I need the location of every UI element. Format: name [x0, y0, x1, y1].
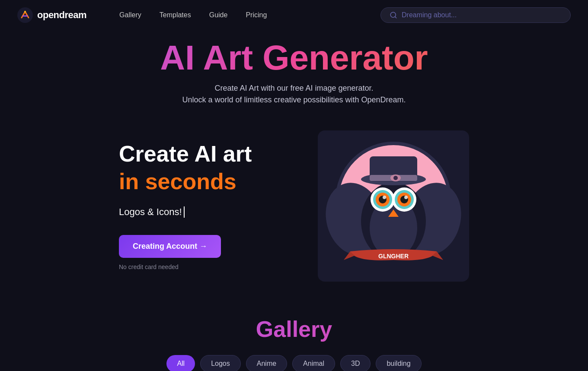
hero-title: AI Art Generator	[17, 39, 571, 77]
filter-all[interactable]: All	[166, 355, 195, 371]
nav-gallery[interactable]: Gallery	[112, 8, 148, 22]
category-label: Logos & Icons!	[119, 206, 283, 218]
svg-point-1	[24, 11, 26, 13]
svg-point-25	[404, 196, 408, 199]
svg-text:GLNGHER: GLNGHER	[378, 253, 409, 260]
nav-pricing[interactable]: Pricing	[239, 8, 274, 22]
svg-point-15	[393, 176, 398, 180]
gallery-filters: All Logos Anime Animal 3D building	[17, 355, 571, 371]
search-bar	[380, 7, 571, 23]
filter-animal[interactable]: Animal	[292, 355, 335, 371]
nav-guide[interactable]: Guide	[202, 8, 235, 22]
logo-link[interactable]: opendream	[17, 7, 86, 23]
cursor-blink	[184, 206, 185, 218]
svg-line-3	[395, 16, 396, 18]
no-credit-text: No credit card needed	[119, 263, 179, 270]
filter-3d[interactable]: 3D	[340, 355, 371, 371]
gallery-section: Gallery All Logos Anime Animal 3D buildi…	[0, 290, 588, 371]
right-panel: GLNGHER	[318, 130, 469, 282]
cta-area: Creating Account → No credit card needed	[119, 235, 283, 271]
filter-anime[interactable]: Anime	[246, 355, 287, 371]
logo-text: opendream	[37, 10, 86, 21]
search-icon	[390, 11, 397, 19]
svg-point-0	[17, 7, 33, 23]
hero-subtitle1: Create AI Art with our free AI image gen…	[17, 84, 571, 93]
create-line2: in seconds	[119, 169, 283, 195]
navbar: opendream Gallery Templates Guide Pricin…	[0, 0, 588, 30]
nav-templates[interactable]: Templates	[153, 8, 198, 22]
main-content: Create AI art in seconds Logos & Icons! …	[0, 122, 588, 290]
search-input[interactable]	[402, 11, 562, 19]
filter-logos[interactable]: Logos	[200, 355, 241, 371]
nav-links: Gallery Templates Guide Pricing	[112, 8, 380, 22]
svg-point-24	[383, 196, 386, 199]
hero-subtitle2: Unlock a world of limitless creative pos…	[17, 95, 571, 105]
logo-icon	[17, 7, 33, 23]
owl-illustration: GLNGHER	[320, 133, 467, 279]
gallery-title: Gallery	[17, 316, 571, 342]
owl-image-card: GLNGHER	[318, 130, 469, 282]
filter-building[interactable]: building	[376, 355, 421, 371]
hero-section: AI Art Generator Create AI Art with our …	[0, 30, 588, 105]
creating-account-button[interactable]: Creating Account →	[119, 235, 221, 258]
left-panel: Create AI art in seconds Logos & Icons! …	[119, 141, 283, 271]
create-line1: Create AI art	[119, 141, 283, 167]
